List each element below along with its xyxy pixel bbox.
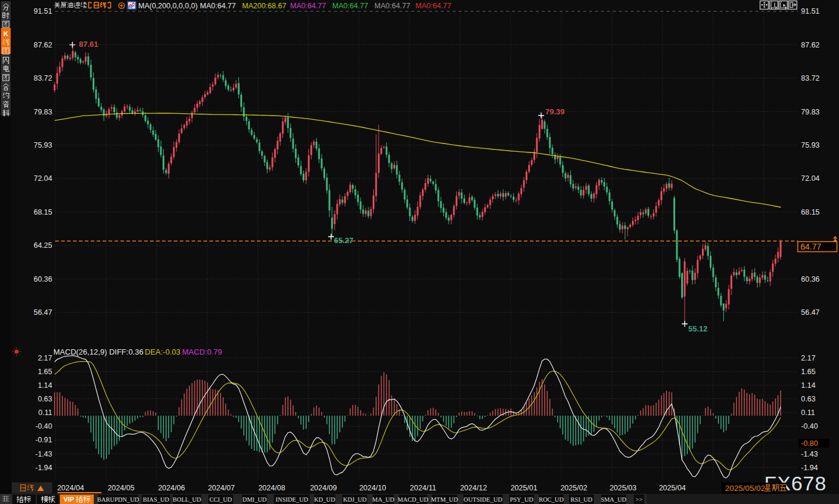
svg-text:MACD:0.79: MACD:0.79 [182, 347, 222, 356]
svg-text:60.36: 60.36 [34, 275, 52, 283]
svg-text:2025/05/02: 2025/05/02 [725, 484, 765, 493]
svg-text:75.93: 75.93 [801, 141, 819, 149]
svg-text:CCI_UD: CCI_UD [209, 496, 232, 503]
svg-text:2025/01: 2025/01 [510, 484, 537, 492]
svg-text:INSIDE_UD: INSIDE_UD [276, 496, 309, 503]
svg-text:MACD_UD: MACD_UD [398, 496, 428, 503]
svg-text:2024/12: 2024/12 [460, 484, 487, 492]
svg-text:87.62: 87.62 [801, 41, 819, 49]
svg-text:79.39: 79.39 [545, 107, 565, 116]
svg-text:K: K [4, 30, 9, 37]
svg-text:BARUPDN_UD: BARUPDN_UD [97, 496, 139, 503]
svg-text:PSY_UD: PSY_UD [510, 496, 533, 503]
svg-text:-1.94: -1.94 [801, 464, 818, 472]
svg-text:2.17: 2.17 [38, 354, 52, 362]
svg-text:DEA:-0.03: DEA:-0.03 [145, 347, 180, 356]
svg-text:79.83: 79.83 [34, 108, 52, 116]
svg-text:MA0:64.77: MA0:64.77 [200, 2, 236, 10]
svg-text:65.27: 65.27 [334, 236, 354, 245]
svg-text:91.51: 91.51 [34, 7, 52, 15]
svg-text:-1.43: -1.43 [36, 450, 53, 458]
svg-text:2024/11: 2024/11 [410, 484, 436, 492]
svg-text:0.63: 0.63 [38, 395, 52, 403]
svg-text:83.72: 83.72 [34, 74, 52, 82]
svg-text:2024/08: 2024/08 [258, 484, 285, 492]
svg-text:0.11: 0.11 [39, 409, 52, 417]
svg-text:72.04: 72.04 [801, 174, 819, 183]
svg-text:RSI_UD: RSI_UD [571, 496, 593, 503]
svg-text:1.14: 1.14 [38, 381, 52, 390]
svg-text:MA(0,200,0,0,0,0): MA(0,200,0,0,0,0) [138, 2, 198, 10]
svg-text:60.36: 60.36 [801, 275, 819, 283]
svg-text:-0.91: -0.91 [36, 436, 53, 444]
svg-text:2024/07: 2024/07 [208, 484, 234, 492]
svg-text:-0.80: -0.80 [801, 439, 818, 448]
svg-text:BIAS_UD: BIAS_UD [143, 496, 170, 503]
svg-text:2025/04: 2025/04 [659, 484, 685, 492]
svg-text:ROC_UD: ROC_UD [539, 496, 564, 503]
svg-text:1.65: 1.65 [38, 368, 52, 376]
svg-text:79.83: 79.83 [801, 108, 819, 116]
svg-text:1.14: 1.14 [801, 381, 815, 390]
svg-text:2024/04: 2024/04 [57, 484, 84, 492]
svg-text:MTM_UD: MTM_UD [431, 496, 458, 503]
svg-text:BOLL_UD: BOLL_UD [173, 496, 201, 503]
svg-text:87.62: 87.62 [34, 41, 52, 49]
svg-text:2024/05: 2024/05 [107, 484, 134, 492]
svg-text:0.63: 0.63 [801, 395, 815, 403]
svg-text:56.47: 56.47 [34, 308, 52, 317]
svg-text:87.61: 87.61 [79, 40, 98, 49]
svg-text:91.51: 91.51 [801, 7, 819, 15]
svg-text:1.65: 1.65 [801, 368, 815, 376]
svg-text:-0.40: -0.40 [801, 422, 818, 430]
svg-text:55.12: 55.12 [688, 324, 708, 333]
svg-text:KDJ_UD: KDJ_UD [343, 496, 367, 503]
svg-text:2025/02: 2025/02 [560, 484, 587, 492]
svg-text:2024/10: 2024/10 [359, 484, 386, 492]
svg-text:68.15: 68.15 [801, 208, 819, 216]
svg-text:56.47: 56.47 [801, 308, 819, 317]
svg-text:64.25: 64.25 [34, 241, 52, 250]
svg-text:MA_UD: MA_UD [372, 496, 395, 503]
svg-text:MA0:64.77: MA0:64.77 [332, 2, 368, 10]
svg-text:MA0:64.77: MA0:64.77 [290, 2, 326, 10]
svg-text:DMI_UD: DMI_UD [243, 496, 267, 503]
svg-text:OUTSIDE_UD: OUTSIDE_UD [463, 496, 503, 503]
svg-text:MA0:64.77: MA0:64.77 [374, 2, 411, 10]
svg-text:>>: >> [635, 496, 643, 503]
svg-text:KD_UD: KD_UD [314, 496, 335, 503]
svg-text:72.04: 72.04 [34, 174, 52, 183]
svg-text:0.11: 0.11 [801, 409, 815, 417]
svg-text:MACD(26,12,9) DIFF:0.36: MACD(26,12,9) DIFF:0.36 [53, 347, 144, 356]
svg-text:-0.40: -0.40 [36, 422, 53, 430]
svg-text:MA200:68.67: MA200:68.67 [242, 2, 286, 10]
svg-text:SMA_UD: SMA_UD [600, 496, 627, 503]
svg-text:75.93: 75.93 [34, 141, 52, 149]
svg-text:-1.94: -1.94 [36, 464, 53, 472]
svg-text:MA0:64.77: MA0:64.77 [415, 2, 452, 10]
svg-text:VIP: VIP [63, 496, 74, 503]
svg-text:-1.43: -1.43 [801, 450, 818, 458]
svg-text:83.72: 83.72 [801, 74, 819, 82]
svg-text:2024/06: 2024/06 [158, 484, 185, 492]
svg-text:2.17: 2.17 [801, 354, 815, 362]
svg-text:2024/09: 2024/09 [310, 484, 336, 492]
svg-text:2025/03: 2025/03 [609, 484, 636, 492]
svg-text:64.77: 64.77 [800, 242, 821, 251]
svg-text:68.15: 68.15 [34, 208, 52, 216]
